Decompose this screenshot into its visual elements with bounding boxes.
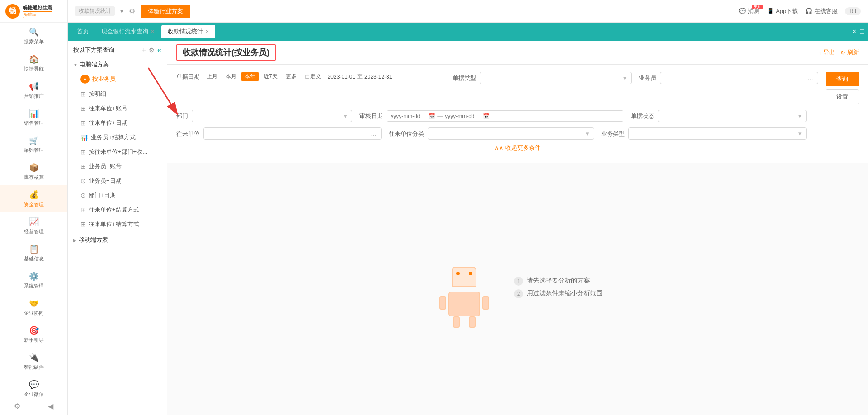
- top-header: 收款情况统计 ▾ ⚙ 体验行业方案 💬 消息 99+ 📱 App下载 🎧 在线客…: [68, 0, 868, 23]
- breadcrumb: 收款情况统计: [75, 6, 115, 16]
- robot-left-arm: [439, 296, 446, 310]
- robot-left-leg: [453, 316, 460, 328]
- date-tab-last-month[interactable]: 上月: [203, 72, 221, 81]
- sidebar-item-purchase[interactable]: 🛒 采购管理: [0, 131, 67, 158]
- scheme-panel-header: 按以下方案查询 + ⚙ «: [68, 41, 167, 58]
- header-left: 收款情况统计 ▾ ⚙ 体验行业方案: [75, 5, 190, 18]
- trial-button[interactable]: 体验行业方案: [141, 5, 190, 18]
- online-service-button[interactable]: 🎧 在线客服: [805, 7, 838, 15]
- robot-right-arm: [482, 296, 489, 310]
- scheme-item-staff-date[interactable]: ⊙ 业务员+日期: [68, 174, 167, 188]
- review-date-from-input[interactable]: [391, 113, 427, 119]
- home-icon: 🏠: [29, 54, 39, 64]
- bill-status-select[interactable]: ▾: [658, 110, 807, 122]
- scheme-item-partner-payment[interactable]: ⊞ 往来单位+结算方式: [68, 203, 167, 217]
- export-button[interactable]: ↑ 导出: [819, 48, 835, 57]
- content-area: 1 请先选择要分析的方案 2 用过滤条件来缩小分析范围: [167, 163, 868, 415]
- scheme-item-staff-account[interactable]: ⊞ 业务员+账号: [68, 159, 167, 174]
- logo: 畅 畅捷通好生意 标准版: [0, 0, 67, 23]
- tab-collection-stats[interactable]: 收款情况统计 ×: [161, 25, 215, 38]
- scheme-item-by-detail[interactable]: ⊞ 按明细: [68, 87, 167, 101]
- date-tab-this-month[interactable]: 本月: [222, 72, 240, 81]
- clock-icon-2: ⊙: [80, 192, 86, 199]
- footer-settings-btn[interactable]: ⚙: [14, 402, 20, 410]
- review-date-range: 📅 — 📅: [387, 110, 623, 122]
- scheme-settings-btn[interactable]: ⚙: [149, 47, 155, 54]
- bill-type-select[interactable]: ▾: [480, 72, 632, 84]
- sidebar-footer: ⚙ ◀: [0, 397, 67, 415]
- chevron-down-icon-dept: ▾: [344, 113, 347, 119]
- scheme-item-partner-dept[interactable]: ⊞ 按往来单位+部门+收...: [68, 145, 167, 159]
- partner-select[interactable]: …: [203, 127, 382, 140]
- filter-settings-button[interactable]: 设置: [826, 89, 859, 104]
- calendar-icon-to[interactable]: 📅: [483, 113, 490, 119]
- staff-more-btn[interactable]: …: [807, 75, 813, 81]
- tab-bank-flow-close[interactable]: ×: [151, 28, 154, 35]
- partner-type-select[interactable]: ▾: [428, 127, 594, 140]
- tab-home[interactable]: 首页: [71, 25, 94, 38]
- review-date-label: 审核日期: [359, 112, 383, 120]
- scheme-item-by-staff[interactable]: ● 按业务员: [68, 71, 167, 87]
- grid-icon-4: ⊞: [80, 148, 86, 156]
- footer-collapse-btn[interactable]: ◀: [48, 402, 53, 410]
- sidebar-item-sales[interactable]: 📊 销售管理: [0, 104, 67, 131]
- tab-collection-stats-close[interactable]: ×: [206, 28, 209, 35]
- sidebar-item-finance[interactable]: 💰 资金管理: [0, 185, 67, 212]
- purchase-icon: 🛒: [29, 136, 39, 146]
- scheme-mobile-group-title[interactable]: ▶ 移动端方案: [68, 233, 167, 247]
- message-icon: 💬: [739, 8, 746, 14]
- scheme-item-partner-payment2[interactable]: ⊞ 往来单位+结算方式: [68, 217, 167, 231]
- sidebar-item-basic[interactable]: 📋 基础信息: [0, 240, 67, 267]
- biz-type-select[interactable]: ▾: [628, 127, 807, 140]
- sidebar-item-system[interactable]: ⚙️ 系统管理: [0, 267, 67, 294]
- sidebar-item-guide[interactable]: 🎯 新手引导: [0, 321, 67, 348]
- scheme-mobile-group: ▶ 移动端方案: [68, 233, 167, 247]
- logo-badge: 标准版: [23, 11, 52, 18]
- date-tab-7days[interactable]: 近7天: [260, 72, 281, 81]
- grid-icon-2: ⊞: [80, 105, 86, 112]
- query-button[interactable]: 查询: [826, 72, 859, 86]
- app-download-button[interactable]: 📱 App下载: [767, 7, 798, 15]
- system-icon: ⚙️: [29, 271, 39, 281]
- sidebar-item-marketing[interactable]: 📢 营销推广: [0, 77, 67, 104]
- sidebar-item-hardware[interactable]: 🔌 智能硬件: [0, 348, 67, 375]
- review-date-to-input[interactable]: [445, 113, 481, 119]
- grid-icon: ⊞: [80, 90, 86, 98]
- tab-bank-flow[interactable]: 现金银行流水查询 ×: [95, 25, 160, 38]
- sidebar-item-operation[interactable]: 📈 经营管理: [0, 212, 67, 240]
- user-avatar[interactable]: Rit: [845, 7, 861, 15]
- dept-select[interactable]: ▾: [192, 110, 352, 122]
- tab-window-btn[interactable]: □: [860, 28, 864, 36]
- scheme-item-staff-payment[interactable]: 📊 业务员+结算方式: [68, 130, 167, 145]
- breadcrumb-dropdown[interactable]: ▾: [120, 8, 123, 14]
- sidebar-item-wechat[interactable]: 💬 企业微信: [0, 375, 67, 397]
- date-tab-more[interactable]: 更多: [283, 72, 300, 81]
- scheme-desktop-group-title[interactable]: ▼ 电脑端方案: [68, 58, 167, 71]
- staff-select[interactable]: …: [660, 72, 818, 84]
- collapse-filter-btn[interactable]: ∧∧ 收起更多条件: [176, 140, 859, 156]
- staff-label: 业务员: [639, 74, 656, 82]
- dept-filter: 部门 ▾: [176, 110, 352, 122]
- sidebar-item-inventory[interactable]: 📦 库存核算: [0, 158, 67, 185]
- scheme-add-btn[interactable]: +: [142, 46, 146, 54]
- scheme-collapse-btn[interactable]: «: [157, 46, 161, 54]
- scheme-item-partner-account[interactable]: ⊞ 往来单位+账号: [68, 101, 167, 116]
- basic-icon: 📋: [29, 244, 39, 254]
- date-tab-custom[interactable]: 自定义: [302, 72, 324, 81]
- tab-close-all-btn[interactable]: ×: [852, 28, 856, 36]
- sidebar-item-enterprise[interactable]: 🤝 企业协同: [0, 294, 67, 321]
- partner-more-btn[interactable]: …: [371, 130, 377, 137]
- refresh-button[interactable]: ↻ 刷新: [840, 48, 859, 57]
- dept-label: 部门: [176, 112, 188, 120]
- message-button[interactable]: 💬 消息 99+: [739, 7, 760, 15]
- sidebar-item-search[interactable]: 🔍 搜索菜单: [0, 23, 67, 50]
- settings-icon[interactable]: ⚙: [129, 7, 135, 15]
- calendar-icon-from[interactable]: 📅: [429, 113, 435, 119]
- chevron-down-icon-bill: ▾: [623, 75, 627, 81]
- enterprise-icon: 🤝: [29, 298, 39, 308]
- sidebar-item-quick-nav[interactable]: 🏠 快捷导航: [0, 50, 67, 77]
- date-tab-this-year[interactable]: 本年: [241, 72, 259, 81]
- scheme-item-dept-date[interactable]: ⊙ 部门+日期: [68, 188, 167, 203]
- scheme-item-partner-date[interactable]: ⊞ 往来单位+日期: [68, 116, 167, 130]
- scheme-desktop-group: ▼ 电脑端方案 ● 按业务员 ⊞ 按明细 ⊞ 往来单位+账号 ⊞: [68, 58, 167, 231]
